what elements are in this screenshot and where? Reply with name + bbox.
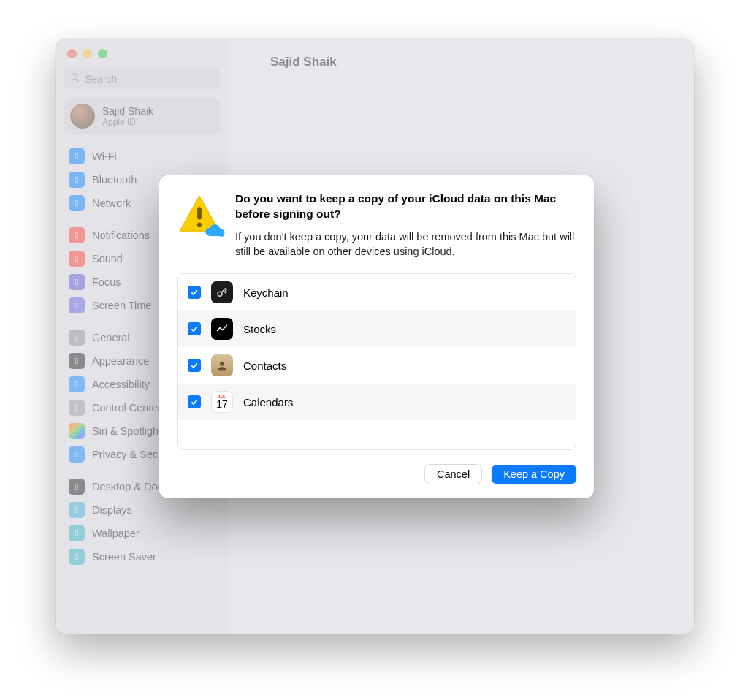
- dialog-heading: Do you want to keep a copy of your iClou…: [235, 191, 576, 222]
- stocks-icon: [211, 318, 233, 340]
- list-item-contacts: Contacts: [178, 347, 576, 384]
- svg-rect-0: [197, 207, 202, 219]
- contacts-icon: [211, 354, 233, 376]
- list-item-calendars: JUL 17 Calendars: [178, 384, 576, 420]
- keep-copy-button[interactable]: Keep a Copy: [492, 465, 576, 484]
- dialog-subtext: If you don't keep a copy, your data will…: [235, 229, 576, 259]
- list-item-keychain: Keychain: [178, 274, 576, 311]
- signout-dialog: Do you want to keep a copy of your iClou…: [159, 175, 594, 498]
- calendar-icon: JUL 17: [211, 391, 233, 413]
- checkbox-contacts[interactable]: [188, 359, 201, 372]
- data-options-list: Keychain Stocks Contacts JUL: [177, 273, 576, 450]
- list-padding: [178, 420, 576, 449]
- list-item-label: Contacts: [243, 359, 286, 372]
- warning-icloud-icon: [177, 191, 222, 237]
- list-item-label: Keychain: [243, 286, 289, 299]
- calendar-day: 17: [216, 399, 228, 409]
- svg-point-3: [220, 362, 224, 366]
- keychain-icon: [211, 281, 233, 303]
- list-item-label: Calendars: [243, 396, 293, 408]
- list-item-label: Stocks: [243, 323, 276, 335]
- icloud-badge-icon: [202, 224, 226, 241]
- cancel-button[interactable]: Cancel: [425, 465, 481, 484]
- checkbox-calendars[interactable]: [188, 395, 201, 408]
- list-item-stocks: Stocks: [178, 311, 576, 347]
- checkbox-keychain[interactable]: [188, 286, 201, 299]
- svg-point-2: [218, 292, 222, 297]
- checkbox-stocks[interactable]: [188, 322, 201, 335]
